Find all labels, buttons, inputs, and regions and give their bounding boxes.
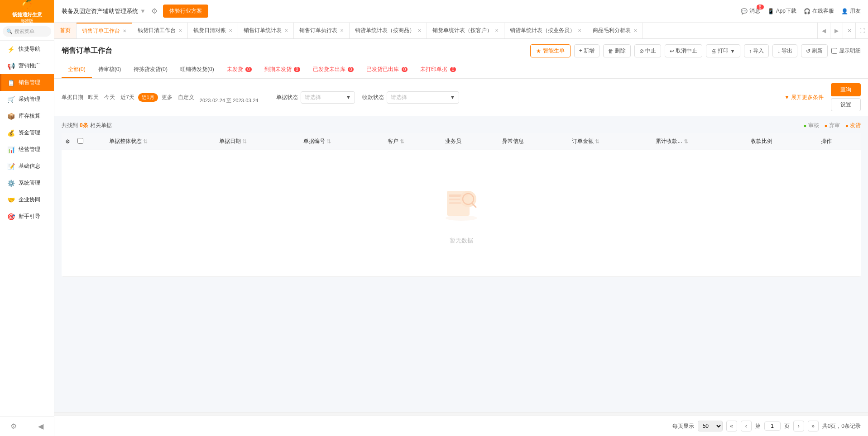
- sidebar-item-operation[interactable]: 📊 经营管理: [0, 141, 54, 158]
- suspend-btn[interactable]: ⊘ 中止: [634, 44, 661, 57]
- sort-collected[interactable]: 累计收款... ⇅: [656, 137, 743, 145]
- sidebar-item-guide[interactable]: 🎯 新手引导: [0, 208, 54, 225]
- status-select[interactable]: 请选择 ▼: [301, 91, 355, 104]
- tab-sales-summary-customer-close[interactable]: ✕: [495, 28, 499, 33]
- tab-sales-summary-staff-close[interactable]: ✕: [578, 28, 581, 33]
- tab-cash-daily[interactable]: 钱货日清工作台 ✕: [132, 23, 188, 39]
- show-detail-checkbox[interactable]: 显示明细: [831, 47, 861, 55]
- sub-tab-shipped-not-out[interactable]: 已发货未出库 0: [307, 62, 360, 78]
- th-date[interactable]: 单据日期 ⇅: [216, 133, 300, 150]
- th-ratio[interactable]: 收款比例: [747, 133, 817, 150]
- sub-tab-expired-not-shipped[interactable]: 到期未发货 0: [258, 62, 307, 78]
- review-action[interactable]: ● 审核: [803, 122, 819, 129]
- user-btn[interactable]: 👤 用友: [841, 7, 861, 15]
- sub-tab-pending-review[interactable]: 待审核(0): [92, 62, 128, 78]
- sort-customer[interactable]: 客户 ⇅: [388, 137, 438, 145]
- sidebar-item-system[interactable]: ⚙️ 系统管理: [0, 175, 54, 191]
- th-customer[interactable]: 客户 ⇅: [384, 133, 442, 150]
- sidebar-item-inventory[interactable]: 📦 库存核算: [0, 108, 54, 124]
- horizontal-scrollbar[interactable]: [54, 412, 868, 416]
- sidebar-collapse-btn[interactable]: ◀: [34, 420, 47, 432]
- sidebar-settings-btn[interactable]: ⚙: [7, 420, 20, 432]
- tab-close-all-btn[interactable]: ✕: [843, 23, 855, 39]
- tab-scroll-left-btn[interactable]: ◀: [817, 23, 830, 39]
- th-number[interactable]: 单据编号 ⇅: [300, 133, 384, 150]
- setting-btn[interactable]: 设置: [831, 98, 861, 111]
- date-opt-custom[interactable]: 自定义: [176, 93, 196, 102]
- sidebar-item-marketing[interactable]: 📢 营销推广: [0, 57, 54, 74]
- sub-tab-all[interactable]: 全部(0): [62, 62, 92, 78]
- sort-status[interactable]: 单据整体状态 ⇅: [109, 137, 212, 145]
- import-btn[interactable]: ↑ 导入: [744, 44, 769, 57]
- tab-sales-workbench[interactable]: 销售订单工作台 ✕: [77, 23, 132, 39]
- cancel-suspend-btn[interactable]: ↩ 取消中止: [665, 44, 702, 57]
- payment-select[interactable]: 请选择 ▼: [387, 91, 459, 104]
- th-collected[interactable]: 累计收款... ⇅: [652, 133, 747, 150]
- sub-tab-not-shipped[interactable]: 未发货 0: [221, 62, 258, 78]
- tab-maximize-btn[interactable]: ⛶: [855, 23, 868, 39]
- next-page-btn[interactable]: ›: [793, 421, 804, 431]
- topbar-gear-btn[interactable]: ⚙: [151, 7, 158, 15]
- tab-sales-stat[interactable]: 销售订单统计表 ✕: [238, 23, 294, 39]
- date-opt-yesterday[interactable]: 昨天: [86, 93, 101, 102]
- tab-sales-summary-staff[interactable]: 销货单统计表（按业务员） ✕: [504, 23, 587, 39]
- date-opt-1month[interactable]: 近1月: [138, 93, 158, 102]
- tab-sales-summary-customer[interactable]: 销货单统计表（按客户） ✕: [427, 23, 504, 39]
- tab-sales-summary-product[interactable]: 销货单统计表（按商品） ✕: [350, 23, 427, 39]
- th-abnormal[interactable]: 异常信息: [499, 133, 568, 150]
- cancel-review-action[interactable]: ● 弃审: [825, 122, 840, 129]
- tab-home[interactable]: 首页: [54, 23, 77, 39]
- tab-sales-summary-product-close[interactable]: ✕: [417, 28, 421, 33]
- th-settings[interactable]: ⚙: [62, 133, 74, 150]
- show-detail-input[interactable]: [831, 48, 837, 54]
- sidebar-item-finance[interactable]: 💰 资金管理: [0, 124, 54, 141]
- last-page-btn[interactable]: »: [808, 421, 819, 431]
- query-btn[interactable]: 查询: [831, 83, 861, 96]
- sidebar-search-area[interactable]: 🔍 搜索菜单: [0, 23, 54, 41]
- add-btn[interactable]: + 新增: [574, 44, 599, 57]
- sort-amount[interactable]: 订单金额 ⇅: [572, 137, 649, 145]
- sidebar-item-quick-nav[interactable]: ⚡ 快捷导航: [0, 41, 54, 57]
- date-opt-more[interactable]: 更多: [160, 93, 174, 102]
- expand-filter-btn[interactable]: ▼ 展开更多条件: [784, 94, 824, 101]
- th-amount[interactable]: 订单金额 ⇅: [568, 133, 652, 150]
- th-checkbox[interactable]: [74, 133, 106, 150]
- refresh-btn[interactable]: ↺ 刷新: [801, 44, 828, 57]
- tab-cash-reconcile-close[interactable]: ✕: [229, 28, 232, 33]
- th-status[interactable]: 单据整体状态 ⇅: [106, 133, 216, 150]
- tab-sales-exec-close[interactable]: ✕: [340, 28, 344, 33]
- sub-tab-shipped-out[interactable]: 已发货已出库 0: [360, 62, 414, 78]
- delete-btn[interactable]: 🗑 删除: [603, 44, 631, 57]
- first-page-btn[interactable]: «: [726, 421, 737, 431]
- th-operation[interactable]: 操作: [817, 133, 861, 150]
- sidebar-item-sales[interactable]: 📋 销售管理: [0, 74, 54, 91]
- smart-create-btn[interactable]: ★ 智能生单: [530, 44, 571, 57]
- sub-tab-wangpu[interactable]: 旺铺待发货(0): [174, 62, 221, 78]
- tab-sales-exec[interactable]: 销售订单执行表 ✕: [294, 23, 350, 39]
- sidebar-item-cooperation[interactable]: 🤝 企业协同: [0, 191, 54, 208]
- print-btn[interactable]: 🖨 打印 ▼: [706, 44, 740, 57]
- sort-date[interactable]: 单据日期 ⇅: [219, 137, 296, 145]
- tab-sales-workbench-close[interactable]: ✕: [123, 28, 126, 33]
- sort-number[interactable]: 单据编号 ⇅: [303, 137, 380, 145]
- tab-cash-reconcile[interactable]: 钱货日清对账 ✕: [188, 23, 238, 39]
- sidebar-item-base-info[interactable]: 📝 基础信息: [0, 158, 54, 175]
- message-btn[interactable]: 💬 消息 6: [741, 7, 760, 15]
- tab-scroll-right-btn[interactable]: ▶: [830, 23, 843, 39]
- th-staff[interactable]: 业务员: [441, 133, 498, 150]
- tab-gross-profit[interactable]: 商品毛利分析表 ✕: [587, 23, 643, 39]
- industry-solution-btn[interactable]: 体验行业方案: [163, 5, 208, 18]
- ship-action[interactable]: ● 发货: [845, 122, 861, 129]
- tab-sales-stat-close[interactable]: ✕: [284, 28, 288, 33]
- date-opt-today[interactable]: 今天: [102, 93, 117, 102]
- search-menu-btn[interactable]: 🔍 搜索菜单: [3, 26, 51, 37]
- page-number-input[interactable]: [764, 422, 781, 431]
- online-service-btn[interactable]: 🎧 在线客服: [804, 7, 834, 15]
- export-btn[interactable]: ↓ 导出: [772, 44, 797, 57]
- sub-tab-not-printed[interactable]: 未打印单据 0: [414, 62, 462, 78]
- page-size-select[interactable]: 50 100 200: [698, 421, 723, 431]
- select-all-checkbox[interactable]: [77, 138, 83, 144]
- sub-tab-pending-inspect[interactable]: 待拣货发货(0): [127, 62, 174, 78]
- tab-gross-profit-close[interactable]: ✕: [633, 28, 637, 33]
- tab-cash-daily-close[interactable]: ✕: [178, 28, 182, 33]
